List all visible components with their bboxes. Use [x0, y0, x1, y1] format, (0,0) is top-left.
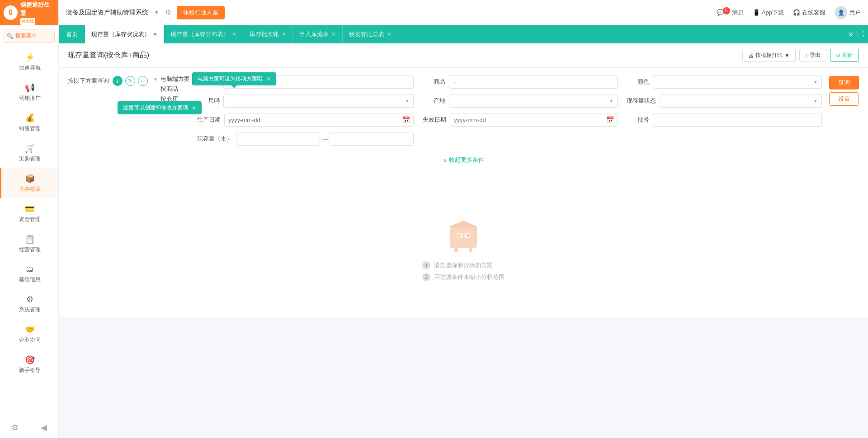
empty-tip-1: 1 请先选择要分析的方案 [422, 261, 505, 269]
experience-button[interactable]: 体验行业方案 [177, 6, 225, 19]
tabs-bar: 首页 现存量（库存状况表） ✕ 现存量（库存分布表） ✕ 库存批次账 ✕ 出入库… [59, 25, 868, 43]
tabs-right-controls: ✕ ⛶ [848, 30, 868, 39]
search-button[interactable]: 查询 [829, 76, 859, 89]
tab-receive-summary[interactable]: 收发存汇总表 ✕ [343, 25, 398, 43]
filter-field-goods: 商品 ··· [423, 75, 618, 89]
settings-footer-icon[interactable]: ⚙ [11, 423, 19, 433]
page-title: 现存量查询(按仓库+商品) [68, 51, 149, 60]
set-button[interactable]: 设置 [829, 92, 859, 106]
sidebar-item-guide[interactable]: 🎯 新手引导 [0, 349, 58, 380]
stock-status-select[interactable]: ▼ [660, 94, 822, 108]
tip-num-2: 2 [422, 273, 430, 281]
expire-date-calendar-icon[interactable]: 📅 [606, 116, 614, 123]
create-tooltip-popup: 这里可以创建和修改方案哦 ✕ [118, 101, 202, 114]
phone-icon: 📱 [753, 9, 760, 16]
print-template-button[interactable]: 🖨 按模板打印 ▼ [742, 49, 796, 62]
goods-select[interactable]: ··· [449, 75, 618, 89]
system-icon: ⚙ [26, 294, 33, 304]
tab-close-icon-4[interactable]: ✕ [387, 31, 392, 38]
add-scheme-button[interactable]: + [113, 76, 123, 86]
online-service-action[interactable]: 🎧 在线客服 [793, 9, 826, 17]
sidebar-item-finance[interactable]: 💳 资金管理 [0, 198, 58, 229]
search-menu-button[interactable]: 🔍 搜索菜单 [4, 29, 55, 43]
edit-scheme-button[interactable]: ✎ [125, 76, 135, 86]
prod-date-calendar-icon[interactable]: 📅 [402, 116, 410, 123]
color-select[interactable]: ▼ [653, 75, 822, 89]
size-select[interactable]: ▼ [223, 94, 414, 108]
create-tooltip-close[interactable]: ✕ [192, 105, 196, 111]
collapse-icon: ∧ [443, 157, 447, 164]
print-icon: 🖨 [748, 52, 754, 59]
collapse-sidebar-icon[interactable]: ◀ [41, 423, 47, 433]
system-dropdown-icon[interactable]: ▼ [154, 9, 160, 16]
tip-num-1: 1 [422, 261, 430, 269]
page-actions: 🖨 按模板打印 ▼ ↑ 导出 ↺ 刷新 [742, 49, 859, 62]
operations-icon: 📋 [25, 234, 35, 244]
tab-close-icon-2[interactable]: ✕ [282, 31, 286, 38]
tab-close-icon-1[interactable]: ✕ [232, 31, 236, 38]
sidebar-item-basic[interactable]: 🗂 基础信息 [0, 259, 58, 289]
notification-badge: 6 [723, 7, 730, 14]
sidebar-item-sales[interactable]: 💰 销售管理 [0, 108, 58, 138]
origin-select[interactable]: ▼ [449, 94, 618, 108]
tab-inventory-dist[interactable]: 现存量（库存分布表） ✕ [164, 25, 243, 43]
stock-min-input[interactable] [236, 132, 320, 146]
tab-batch-account[interactable]: 库存批次账 ✕ [243, 25, 293, 43]
filter-field-batch-no: 批号 [627, 113, 822, 127]
guide-icon: 🎯 [25, 355, 35, 365]
empty-tips: 1 请先选择要分析的方案 2 用过滤条件来缩小分析范围 [422, 261, 505, 281]
expire-date-input[interactable] [450, 113, 618, 127]
tab-inventory-status[interactable]: 现存量（库存状况表） ✕ [85, 25, 164, 43]
svg-point-6 [467, 235, 469, 236]
origin-label: 产地 [423, 97, 445, 105]
sidebar-item-purchase[interactable]: 🛒 采购管理 [0, 138, 58, 168]
sidebar-item-enterprise[interactable]: 🤝 企业协同 [0, 319, 58, 349]
prod-date-label: 生产日期 [197, 116, 221, 124]
sidebar-item-quick-nav[interactable]: ⚡ 快速导航 [0, 47, 58, 77]
tab-inout-flow[interactable]: 出入库流水 ✕ [293, 25, 343, 43]
scheme-group-desktop[interactable]: ▼ 电脑端方案 [153, 75, 190, 83]
sidebar-item-inventory[interactable]: 📦 库存核算 [0, 168, 58, 198]
inventory-icon: 📦 [25, 174, 35, 184]
purchase-icon: 🛒 [25, 143, 35, 153]
collapse-more-button[interactable]: ∧ 收起更多条件 [68, 152, 859, 168]
tab-close-icon-3[interactable]: ✕ [331, 31, 336, 38]
filter-field-origin: 产地 ▼ [423, 94, 618, 108]
app-download-action[interactable]: 📱 App下载 [753, 9, 784, 17]
sidebar-item-operations[interactable]: 📋 经营管理 [0, 229, 58, 259]
close-all-tabs-icon[interactable]: ✕ [848, 30, 854, 39]
user-action[interactable]: 👤 用户 [835, 6, 861, 19]
expand-arrow-desktop: ▼ [153, 77, 158, 82]
filter-panel: 电脑方案可设为移动方案哦 ✕ 这里可以创建和修改方案哦 ✕ 按以下方案查询 + … [59, 68, 868, 175]
notification-action[interactable]: 💬 6 消息 [717, 9, 744, 17]
svg-rect-3 [454, 248, 458, 252]
scheme-child-0[interactable]: 按商品 [160, 84, 190, 94]
batch-no-input[interactable] [653, 113, 822, 127]
filter-field-prod-date: 生产日期 📅 [197, 113, 414, 127]
prod-date-input[interactable] [224, 113, 414, 127]
sidebar-item-system[interactable]: ⚙ 系统管理 [0, 289, 58, 319]
stock-max-input[interactable] [330, 132, 414, 146]
back-scheme-button[interactable]: ← [138, 76, 148, 86]
filter-field-color: 颜色 ▼ [627, 75, 822, 89]
stock-qty-range: — [236, 132, 414, 146]
header-settings-icon[interactable]: ⚙ [165, 8, 171, 17]
tab-home[interactable]: 首页 [59, 30, 85, 38]
sidebar-search[interactable]: 🔍 搜索菜单 [0, 25, 58, 47]
expire-date-label: 失效日期 [423, 116, 446, 124]
filter-field-expire-date: 失效日期 📅 [423, 113, 618, 127]
export-icon: ↑ [805, 52, 808, 59]
refresh-button[interactable]: ↺ 刷新 [830, 49, 859, 62]
empty-state: 1 请先选择要分析的方案 2 用过滤条件来缩小分析范围 [59, 175, 868, 317]
export-button[interactable]: ↑ 导出 [799, 49, 826, 62]
sidebar-item-marketing[interactable]: 📢 营销推广 [0, 77, 58, 108]
filter-field-size: 尺码 ▼ [197, 94, 414, 108]
scheme-tooltip-close[interactable]: ✕ [266, 76, 271, 82]
search-icon: 🔍 [7, 33, 14, 39]
page-content: 现存量查询(按仓库+商品) 🖨 按模板打印 ▼ ↑ 导出 ↺ 刷新 [59, 43, 868, 438]
maximize-icon[interactable]: ⛶ [857, 30, 864, 38]
tab-close-icon-0[interactable]: ✕ [153, 31, 157, 38]
origin-arrow-icon: ▼ [609, 99, 614, 104]
range-separator: — [322, 136, 328, 142]
empty-tip-2: 2 用过滤条件来缩小分析范围 [422, 273, 505, 281]
